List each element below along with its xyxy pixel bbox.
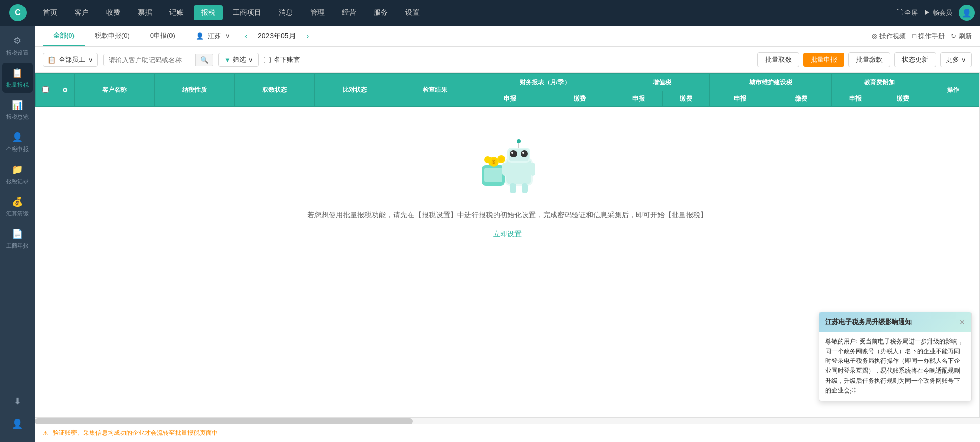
- tab-all[interactable]: 全部(0): [43, 26, 85, 46]
- th-edu-pay: 缴费: [879, 91, 927, 107]
- nav-operation[interactable]: 经营: [335, 5, 363, 20]
- sub-account-checkbox-label[interactable]: 名下账套: [264, 55, 300, 64]
- annual-report-icon: 📄: [11, 228, 23, 240]
- user-icon: 👤: [11, 418, 23, 430]
- empty-message: 若您想使用批量报税功能，请先在【报税设置】中进行报税的初始化设置，完成密码验证和…: [307, 209, 707, 222]
- th-financial-declare: 申报: [475, 91, 545, 107]
- table-header-row: ⚙ 客户名称 纳税性质 取数状态 比对状态 检查结果 财务报表（月/季） 增值税…: [36, 74, 979, 91]
- tab-right-actions: ◎ 操作视频 □ 操作手册 ↻ 刷新: [872, 32, 972, 41]
- logo-icon: C: [9, 4, 27, 21]
- nav-billing[interactable]: 收费: [99, 5, 128, 20]
- region-selector[interactable]: 👤 江苏 ∨: [195, 32, 230, 41]
- th-city-declare: 申报: [710, 91, 771, 107]
- toolbar: 📋 全部员工 ∨ 🔍 ▼ 筛选 ∨ 名下账套 批量取数 批量申报 批量缴款: [35, 47, 980, 73]
- prev-month-btn[interactable]: ‹: [240, 31, 252, 42]
- nav-manage[interactable]: 管理: [303, 5, 332, 20]
- employee-select[interactable]: 📋 全部员工 ∨: [43, 53, 98, 67]
- fullscreen-btn[interactable]: ⛶ 全屏: [896, 8, 918, 17]
- th-checkbox: [36, 74, 56, 107]
- th-vat-declare: 申报: [615, 91, 662, 107]
- more-btn[interactable]: 更多 ∨: [940, 52, 972, 67]
- fullscreen-icon: ⛶: [896, 9, 903, 16]
- settlement-icon: 💰: [11, 195, 23, 208]
- warning-icon: ⚠: [43, 430, 48, 437]
- search-input[interactable]: [104, 54, 195, 66]
- nav-service[interactable]: 服务: [366, 5, 395, 20]
- sub-account-checkbox[interactable]: [264, 57, 271, 63]
- search-box: 🔍: [103, 54, 213, 66]
- th-customer-name: 客户名称: [75, 74, 155, 107]
- bottom-message: 验证账密、采集信息均成功的企业才会流转至批量报税页面中: [53, 429, 218, 437]
- member-btn[interactable]: ▶ 畅会员: [924, 8, 952, 17]
- next-month-btn[interactable]: ›: [302, 31, 313, 42]
- nav-items: 首页 客户 收费 票据 记账 报税 工商项目 消息 管理 经营 服务 设置: [36, 5, 896, 20]
- search-button[interactable]: 🔍: [195, 54, 213, 66]
- nav-home[interactable]: 首页: [36, 5, 64, 20]
- toolbar-right-actions: 批量取数 批量申报 批量缴款 状态更新 更多 ∨: [757, 52, 972, 67]
- svg-point-21: [517, 139, 521, 143]
- sidebar-item-settlement[interactable]: 💰 汇算清缴: [2, 191, 33, 222]
- chevron-down-icon: ∨: [961, 56, 966, 64]
- select-all-checkbox[interactable]: [42, 86, 49, 93]
- nav-business[interactable]: 工商项目: [226, 5, 268, 20]
- svg-point-14: [511, 152, 513, 154]
- sidebar-item-tax-overview[interactable]: 📊 报税总览: [2, 95, 33, 125]
- chevron-down-icon: ∨: [225, 32, 230, 40]
- batch-pay-btn[interactable]: 批量缴款: [848, 52, 890, 67]
- tab-bar: 全部(0) 税款申报(0) 0申报(0) 👤 江苏 ∨ ‹ 2023年05月 ›…: [35, 26, 980, 47]
- nav-tax[interactable]: 报税: [194, 5, 223, 20]
- nav-customer[interactable]: 客户: [67, 5, 96, 20]
- settings-icon[interactable]: ⚙: [62, 87, 68, 94]
- notification-panel: 江苏电子税务局升级影响通知 ✕ 尊敬的用户: 受当前电子税务局进一步升级的影响，…: [819, 312, 972, 401]
- tab-zero-declaration[interactable]: 0申报(0): [140, 26, 185, 46]
- th-fetch-status: 取数状态: [234, 74, 314, 107]
- refresh-btn[interactable]: ↻ 刷新: [951, 32, 972, 41]
- svg-point-7: [484, 156, 492, 163]
- th-financial-pay: 缴费: [545, 91, 615, 107]
- operation-manual-btn[interactable]: □ 操作手册: [912, 32, 945, 41]
- sidebar-item-annual-report[interactable]: 📄 工商年报: [2, 224, 33, 254]
- notification-close-btn[interactable]: ✕: [959, 318, 965, 326]
- th-edu-declare: 申报: [831, 91, 879, 107]
- sidebar-item-user[interactable]: 👤: [2, 413, 33, 434]
- chevron-down-icon: ∨: [248, 56, 253, 64]
- operation-video-btn[interactable]: ◎ 操作视频: [872, 32, 906, 41]
- svg-point-6: [499, 157, 504, 162]
- sidebar-item-tax-settings[interactable]: ⚙ 报税设置: [2, 31, 33, 61]
- personal-tax-icon: 👤: [11, 131, 23, 143]
- nav-invoice[interactable]: 票据: [131, 5, 159, 20]
- batch-get-btn[interactable]: 批量取数: [757, 52, 799, 67]
- user-avatar[interactable]: 👤: [959, 5, 975, 21]
- top-navigation: C 首页 客户 收费 票据 记账 报税 工商项目 消息 管理 经营 服务 设置 …: [0, 0, 980, 26]
- empty-state: $: [36, 107, 979, 269]
- refresh-icon: ↻: [951, 32, 957, 40]
- horizontal-scrollbar[interactable]: [35, 418, 980, 424]
- sidebar-item-personal-tax[interactable]: 👤 个税申报: [2, 127, 33, 157]
- th-city-pay: 缴费: [771, 91, 831, 107]
- region-icon: 👤: [195, 32, 204, 40]
- book-icon: □: [912, 32, 916, 40]
- sidebar-item-tax-record[interactable]: 📁 报税记录: [2, 159, 33, 189]
- data-table: ⚙ 客户名称 纳税性质 取数状态 比对状态 检查结果 财务报表（月/季） 增值税…: [35, 73, 979, 269]
- svg-point-12: [510, 150, 517, 157]
- th-tax-nature: 纳税性质: [154, 74, 234, 107]
- tab-tax-declaration[interactable]: 税款申报(0): [85, 26, 140, 46]
- download-icon: ⬇: [11, 395, 23, 407]
- notification-title: 江苏电子税务局升级影响通知: [825, 317, 912, 327]
- app-logo[interactable]: C: [5, 0, 31, 26]
- nav-bookkeeping[interactable]: 记账: [162, 5, 191, 20]
- setup-link[interactable]: 立即设置: [493, 230, 522, 239]
- status-update-btn[interactable]: 状态更新: [894, 52, 936, 67]
- filter-btn[interactable]: ▼ 筛选 ∨: [218, 53, 259, 67]
- employee-select-icon: 📋: [47, 56, 56, 64]
- svg-text:$: $: [492, 159, 495, 165]
- sidebar-item-batch-tax[interactable]: 📋 批量报税: [2, 63, 33, 93]
- date-navigation: ‹ 2023年05月 ›: [240, 31, 313, 42]
- svg-rect-16: [502, 163, 507, 176]
- sidebar-item-download[interactable]: ⬇: [2, 391, 33, 411]
- nav-settings[interactable]: 设置: [398, 5, 427, 20]
- th-check-result: 检查结果: [395, 74, 475, 107]
- nav-message[interactable]: 消息: [272, 5, 300, 20]
- batch-report-btn[interactable]: 批量申报: [803, 53, 844, 67]
- th-compare-status: 比对状态: [314, 74, 395, 107]
